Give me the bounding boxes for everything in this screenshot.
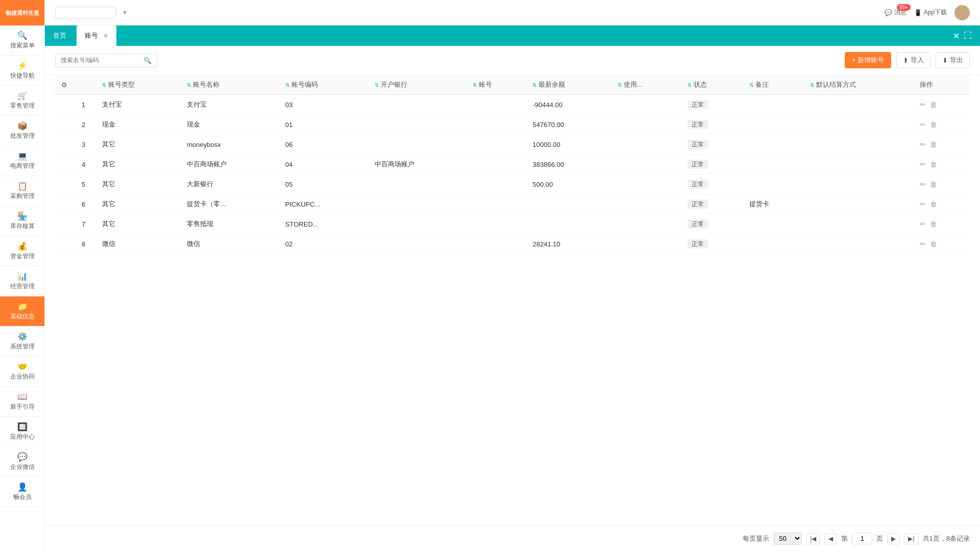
page-next-btn[interactable]: ▶ [887,533,900,544]
edit-btn[interactable]: ✏ [920,101,926,109]
sidebar-item-capital[interactable]: 💰 资金管理 [0,236,44,266]
sidebar-item-shortcut[interactable]: ⚡ 快捷导航 [0,56,44,86]
search-box[interactable]: 🔍 [55,54,157,67]
enterprise-icon: 🤝 [3,362,42,371]
row-remark [743,95,804,115]
col-balance[interactable]: ⇅最新余额 [526,75,611,95]
appstore-icon: 🔲 [3,422,42,432]
sidebar-item-wholesale[interactable]: 📦 批发管理 [0,116,44,146]
row-index: 4 [76,155,96,174]
col-code[interactable]: ⇅账号编码 [279,75,369,95]
table-row: 7 其它 零售抵现 STORED... 正常 ✏ 🗑 [55,214,970,234]
col-index [76,75,96,95]
row-bank [369,194,467,214]
app-logo-text: 畅捷通时生意 [6,9,39,16]
row-usage [611,115,682,135]
sidebar-item-ecommerce[interactable]: 💻 电商管理 [0,146,44,176]
sidebar-item-enterprise[interactable]: 🤝 企业协同 [0,357,44,387]
delete-btn[interactable]: 🗑 [930,180,937,188]
row-status: 正常 [681,155,743,174]
row-status: 正常 [681,174,743,194]
col-type[interactable]: ⇅账号类型 [96,75,181,95]
tab-home[interactable]: 首页 [45,26,75,46]
message-button[interactable]: 💬 消息 99+ [885,8,906,17]
row-index: 8 [76,234,96,254]
sidebar-item-member[interactable]: 👤 畅会员 [0,477,44,507]
sidebar-item-inventory[interactable]: 🏪 库存核算 [0,206,44,236]
page-first-btn[interactable]: |◀ [806,533,820,544]
import-button[interactable]: ⬆ 导入 [896,52,930,68]
delete-btn[interactable]: 🗑 [930,240,937,248]
tab-maximize-btn[interactable]: ⛶ [964,31,972,40]
sidebar-item-system[interactable]: ⚙️ 系统管理 [0,327,44,357]
row-balance: 28241.10 [526,234,611,254]
col-usage[interactable]: ⇅使用... [611,75,682,95]
row-settings [55,194,76,214]
delete-btn[interactable]: 🗑 [930,140,937,148]
edit-btn[interactable]: ✏ [920,140,926,148]
row-actions: ✏ 🗑 [914,194,970,214]
status-badge: 正常 [688,239,708,248]
edit-btn[interactable]: ✏ [920,220,926,228]
col-remark[interactable]: ⇅备注 [743,75,804,95]
row-balance [526,194,611,214]
delete-btn[interactable]: 🗑 [930,101,937,109]
sidebar-item-wecom[interactable]: 💬 企业微信 [0,447,44,477]
edit-btn[interactable]: ✏ [920,160,926,168]
status-badge: 正常 [688,160,708,169]
sidebar-item-basic[interactable]: 📁 基础信息 [0,296,44,327]
edit-btn[interactable]: ✏ [920,200,926,208]
sidebar-item-guide[interactable]: 📖 新手引导 [0,387,44,417]
edit-btn[interactable]: ✏ [920,120,926,129]
dropdown-icon[interactable]: ▼ [121,9,128,16]
sidebar-item-label: 资金管理 [3,252,42,261]
per-page-select[interactable]: 50 20 100 [773,532,802,545]
avatar[interactable] [954,5,970,20]
tab-close-icon[interactable]: ✕ [103,32,108,39]
row-balance: 383866.00 [526,155,611,174]
row-status: 正常 [681,115,743,135]
ecommerce-icon: 💻 [3,151,42,161]
col-bank[interactable]: ⇅开户银行 [369,75,467,95]
sidebar-item-label: 畅会员 [3,493,42,502]
edit-btn[interactable]: ✏ [920,240,926,248]
delete-btn[interactable]: 🗑 [930,200,937,208]
app-download-button[interactable]: 📱 App下载 [914,8,947,17]
delete-btn[interactable]: 🗑 [930,160,937,168]
search-input[interactable] [61,57,140,64]
delete-btn[interactable]: 🗑 [930,220,937,228]
sidebar-item-search[interactable]: 🔍 搜索菜单 [0,26,44,56]
row-type: 支付宝 [96,95,181,115]
top-search-input[interactable] [55,7,116,19]
export-button[interactable]: ⬇ 导出 [936,52,970,68]
edit-btn[interactable]: ✏ [920,180,926,188]
col-default-settle[interactable]: ⇅默认结算方式 [804,75,914,95]
row-name: moneybosx [181,135,279,155]
row-type: 其它 [96,174,181,194]
toolbar-right: + 新增账号 ⬆ 导入 ⬇ 导出 [845,52,970,68]
sidebar-item-appstore[interactable]: 🔲 应用中心 [0,417,44,447]
col-account[interactable]: ⇅账号 [467,75,526,95]
tab-close-window-btn[interactable]: ✕ [953,31,960,41]
add-account-button[interactable]: + 新增账号 [845,52,891,68]
row-balance: 547670.00 [526,115,611,135]
sidebar-item-retail[interactable]: 🛒 零售管理 [0,86,44,116]
col-name[interactable]: ⇅账号名称 [181,75,279,95]
tab-account[interactable]: 账号 ✕ [77,26,116,46]
col-status[interactable]: ⇅状态 [681,75,743,95]
page-prev-btn[interactable]: ◀ [824,533,837,544]
sidebar-item-purchase[interactable]: 📋 采购管理 [0,176,44,206]
col-action: 操作 [914,75,970,95]
row-settings [55,95,76,115]
row-code: 04 [279,155,369,174]
table-row: 4 其它 中百商场账户 04 中百商场账户 383866.00 正常 ✏ 🗑 [55,155,970,174]
sidebar-item-operations[interactable]: 📊 经营管理 [0,266,44,296]
table-row: 5 其它 大新银行 05 500.00 正常 ✏ 🗑 [55,174,970,194]
page-last-btn[interactable]: ▶| [904,533,918,544]
current-page-input[interactable] [852,533,872,544]
col-settings[interactable]: ⚙ [55,75,76,95]
delete-btn[interactable]: 🗑 [930,120,937,129]
search-nav-icon: 🔍 [3,31,42,40]
row-actions: ✏ 🗑 [914,234,970,254]
sidebar-item-label: 应用中心 [3,433,42,441]
